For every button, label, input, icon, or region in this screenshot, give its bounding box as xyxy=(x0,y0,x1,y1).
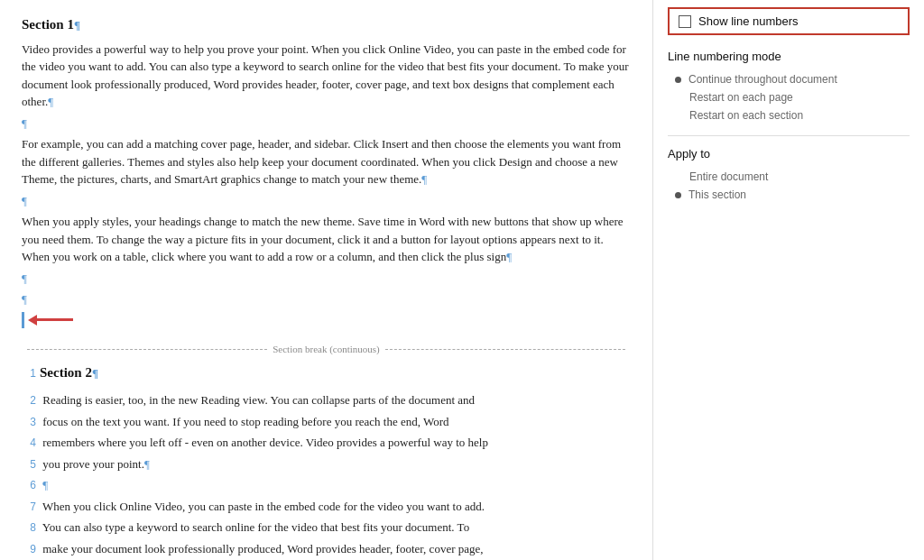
arrow-head-icon xyxy=(28,315,37,326)
line-row-6: 6 ¶ xyxy=(22,476,631,494)
option-restart-page-label: Restart on each page xyxy=(689,91,793,104)
para-blank-2: ¶ xyxy=(22,192,631,210)
line-row-5: 5 you prove your point.¶ xyxy=(22,455,631,473)
option-continue-label: Continue throughout document xyxy=(688,73,837,86)
sidebar-divider xyxy=(668,135,910,136)
para-3: When you apply styles, your headings cha… xyxy=(22,213,631,266)
para-2: For example, you can add a matching cove… xyxy=(22,135,631,188)
line-row-7: 7 When you click Online Video, you can p… xyxy=(22,498,631,516)
para-blank-1: ¶ xyxy=(22,115,631,133)
document-area: Section 1¶ Video provides a powerful way… xyxy=(0,0,653,560)
show-line-numbers-box[interactable]: Show line numbers xyxy=(668,7,910,35)
option-restart-each-section[interactable]: Restart on each section xyxy=(668,106,910,124)
section-break-line-left xyxy=(27,349,267,350)
section1-heading: Section 1¶ xyxy=(22,14,631,35)
option-restart-each-page[interactable]: Restart on each page xyxy=(668,88,910,106)
line-row-3: 3 focus on the text you want. If you nee… xyxy=(22,413,631,431)
option-this-section[interactable]: This section xyxy=(668,186,910,204)
line-row-4: 4 remembers where you left off - even on… xyxy=(22,434,631,452)
sidebar-panel: Show line numbers Line numbering mode Co… xyxy=(653,0,924,560)
option-continue-throughout[interactable]: Continue throughout document xyxy=(668,70,910,88)
option-entire-document[interactable]: Entire document xyxy=(668,168,910,186)
line-row-2: 2 Reading is easier, too, in the new Rea… xyxy=(22,391,631,409)
line-numbering-mode-title: Line numbering mode xyxy=(668,50,910,63)
show-line-numbers-label: Show line numbers xyxy=(698,14,799,28)
section-break-line-right xyxy=(385,349,625,350)
section-break: Section break (continuous) xyxy=(22,342,631,357)
para-1: Video provides a powerful way to help yo… xyxy=(22,41,631,111)
section2-heading: Section 2¶ xyxy=(40,363,98,383)
line-num-1: 1 xyxy=(22,365,36,381)
cursor-arrow-row xyxy=(22,312,73,328)
show-line-numbers-checkbox[interactable] xyxy=(679,15,691,28)
section-break-label: Section break (continuous) xyxy=(273,342,380,357)
apply-to-title: Apply to xyxy=(668,147,910,161)
option-this-section-label: This section xyxy=(688,188,746,201)
radio-dot-filled xyxy=(675,77,681,83)
para-blank-3: ¶ xyxy=(22,270,631,288)
arrow-body-icon xyxy=(37,318,73,321)
para-blank-4: ¶ xyxy=(22,290,631,308)
line-row-9: 9 make your document look professionally… xyxy=(22,540,631,558)
option-restart-section-label: Restart on each section xyxy=(689,109,803,122)
option-entire-doc-label: Entire document xyxy=(689,170,768,183)
text-cursor xyxy=(22,312,24,328)
radio-dot-section-filled xyxy=(675,192,681,198)
section2-heading-row: 1 Section 2¶ xyxy=(22,363,631,389)
line-row-8: 8 You can also type a keyword to search … xyxy=(22,519,631,537)
